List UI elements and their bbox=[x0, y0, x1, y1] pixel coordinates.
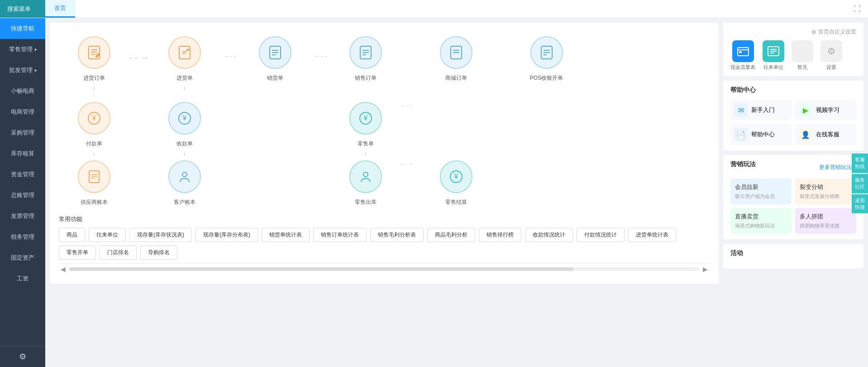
marketing-distribution[interactable]: 裂变分销 裂变式发展分销商 bbox=[795, 179, 856, 204]
func-btn-1[interactable]: 往来单位 bbox=[89, 228, 126, 242]
svg-text:¥: ¥ bbox=[453, 173, 458, 180]
sidebar: 快捷导航 零售管理▾ 批发管理▾ 小畅电商 电商管理 采购管理 库存核算 资金管… bbox=[0, 18, 45, 367]
beginner-icon: ✉ bbox=[734, 103, 748, 117]
sidebar-item-assets[interactable]: 固定资产 bbox=[0, 247, 45, 268]
flow-node-supplier-account[interactable]: 供应商账本 bbox=[78, 160, 110, 206]
video-icon: ▶ bbox=[799, 103, 812, 117]
scroll-thumb bbox=[69, 267, 573, 271]
svg-text:¥: ¥ bbox=[363, 114, 367, 122]
func-buttons-container: 商品往来单位现存量(库存状况表)现存量(库存分布表)销货单统计表销售订单统计表销… bbox=[59, 228, 710, 260]
more-marketing-link[interactable]: 更多营销玩法 > bbox=[819, 164, 856, 171]
func-btn-6[interactable]: 销售毛利分析表 bbox=[370, 228, 424, 242]
marketing-member[interactable]: 会员拉新 吸引用户成为会员 bbox=[730, 179, 792, 204]
func-btn-10[interactable]: 付款情况统计 bbox=[577, 228, 625, 242]
common-functions: 常用功能 商品往来单位现存量(库存状况表)现存量(库存分布表)销货单统计表销售订… bbox=[59, 215, 710, 260]
homepage-custom-setting[interactable]: ⚙ 首页自定义设置 bbox=[811, 28, 856, 36]
svg-text:¥: ¥ bbox=[182, 114, 186, 122]
flow-card: 进货订单 - - → 进货单 bbox=[50, 23, 719, 284]
arrow-4-3: ←- - bbox=[310, 36, 330, 60]
marketing-grid: 会员拉新 吸引用户成为会员 裂变分销 裂变式发展分销商 直播卖货 场景式购物新玩… bbox=[730, 179, 856, 234]
contacts-icon bbox=[763, 40, 784, 62]
sidebar-item-finance[interactable]: 资金管理 bbox=[0, 164, 45, 185]
flow-node-retail-out[interactable]: 零售出库 bbox=[349, 160, 382, 206]
sidebar-item-ecom-mgmt[interactable]: 电商管理 bbox=[0, 101, 45, 122]
sidebar-item-wholesale[interactable]: 批发管理▾ bbox=[0, 60, 45, 81]
scroll-track[interactable] bbox=[69, 267, 699, 271]
func-btn-2[interactable]: 现存量(库存状况表) bbox=[129, 228, 192, 242]
func-btn-14[interactable]: 导购排名 bbox=[140, 246, 177, 260]
v-arrow-3: ↓ bbox=[183, 84, 186, 98]
sidebar-item-quick-nav[interactable]: 快捷导航 bbox=[0, 18, 45, 39]
float-buttons: 客服 热线 服务 社区 桌面 快捷 bbox=[852, 154, 868, 213]
arrow-2-3: ←- - bbox=[219, 36, 240, 60]
help-grid: ✉ 新手入门 ▶ 视频学习 📄 帮助中心 👤 bbox=[730, 100, 856, 145]
svg-rect-37 bbox=[739, 51, 742, 53]
flow-node-retail-settle[interactable]: ¥ 零售结算 bbox=[440, 160, 472, 206]
flow-node-sales-order[interactable]: 销售订单 bbox=[349, 36, 382, 82]
func-btn-9[interactable]: 收款情况统计 bbox=[525, 228, 573, 242]
help-beginner[interactable]: ✉ 新手入门 bbox=[730, 100, 792, 121]
sidebar-item-inventory[interactable]: 库存核算 bbox=[0, 143, 45, 164]
marketing-title: 营销玩法 bbox=[730, 160, 756, 169]
svg-rect-4 bbox=[179, 46, 190, 59]
scrollbar[interactable]: ◀ ▶ bbox=[59, 263, 710, 275]
marketing-panel: 营销玩法 更多营销玩法 > 会员拉新 吸引用户成为会员 裂变分销 裂变式发展分销… bbox=[723, 155, 863, 239]
tab-home[interactable]: 首页 bbox=[45, 0, 75, 18]
sidebar-item-ledger[interactable]: 总账管理 bbox=[0, 185, 45, 206]
qa-cashflow[interactable]: 现金流量表 bbox=[730, 40, 755, 71]
func-btn-8[interactable]: 销售排行榜 bbox=[479, 228, 521, 242]
sidebar-item-retail[interactable]: 零售管理▾ bbox=[0, 39, 45, 60]
flow-node-mall-order[interactable]: 商城订单 bbox=[440, 36, 472, 82]
float-btn-desktop[interactable]: 桌面 快捷 bbox=[852, 194, 868, 213]
flow-node-purchase-order[interactable]: 进货订单 bbox=[78, 36, 110, 82]
scroll-left[interactable]: ◀ bbox=[59, 266, 67, 273]
func-btn-11[interactable]: 进货单统计表 bbox=[628, 228, 676, 242]
help-center-link[interactable]: 📄 帮助中心 bbox=[730, 124, 792, 145]
activity-panel: 活动 bbox=[723, 244, 863, 268]
search-menu[interactable]: 搜索菜单 bbox=[0, 0, 45, 18]
flow-node-payment[interactable]: ¥ 付款单 bbox=[78, 102, 110, 148]
qa-contacts[interactable]: 往来单位 bbox=[763, 40, 784, 71]
flow-node-pos[interactable]: POS收银开单 bbox=[530, 36, 563, 82]
func-btn-0[interactable]: 商品 bbox=[59, 228, 85, 242]
v-arrow-1: ↓| bbox=[92, 84, 95, 98]
flow-node-receipt[interactable]: ¥ 收款单 bbox=[168, 102, 201, 148]
sidebar-item-invoice[interactable]: 发票管理 bbox=[0, 206, 45, 227]
func-btn-4[interactable]: 销货单统计表 bbox=[262, 228, 310, 242]
common-func-title: 常用功能 bbox=[59, 215, 710, 223]
help-center-panel: 帮助中心 ✉ 新手入门 ▶ 视频学习 📄 帮助中心 bbox=[723, 81, 863, 150]
qa-icons-list: 现金流量表 往来单位 暂无 bbox=[730, 40, 856, 71]
v-arrow-pay: ↓ bbox=[92, 150, 95, 157]
online-service-icon: 👤 bbox=[799, 128, 812, 141]
flow-node-customer-account[interactable]: 客户账本 bbox=[168, 160, 201, 206]
svg-text:¥: ¥ bbox=[91, 114, 96, 122]
v-arrow-retail: ↓ bbox=[364, 150, 367, 157]
func-btn-12[interactable]: 零售开单 bbox=[59, 246, 96, 260]
sidebar-item-tax[interactable]: 税务管理 bbox=[0, 227, 45, 247]
quick-access-panel: ⚙ 首页自定义设置 现金流量表 bbox=[723, 23, 863, 76]
help-video[interactable]: ▶ 视频学习 bbox=[795, 100, 856, 121]
expand-icon[interactable]: ⛶ bbox=[854, 5, 868, 13]
func-btn-5[interactable]: 销售订单统计表 bbox=[313, 228, 367, 242]
cashflow-icon bbox=[732, 40, 754, 62]
sidebar-item-ecom[interactable]: 小畅电商 bbox=[0, 81, 45, 101]
scroll-right[interactable]: ▶ bbox=[701, 266, 710, 273]
qa-settings[interactable]: ⚙ 设置 bbox=[820, 40, 842, 71]
func-btn-3[interactable]: 现存量(库存分布表) bbox=[196, 228, 258, 242]
marketing-group[interactable]: 多人拼团 拼团购物享受优惠 bbox=[795, 208, 856, 234]
flow-node-purchase[interactable]: 进货单 bbox=[168, 36, 201, 82]
sidebar-item-purchase[interactable]: 采购管理 bbox=[0, 122, 45, 143]
func-btn-13[interactable]: 门店排名 bbox=[100, 246, 137, 260]
marketing-live[interactable]: 直播卖货 场景式购物新玩法 bbox=[730, 208, 792, 234]
flow-node-sales[interactable]: 销货单 bbox=[259, 36, 291, 82]
float-btn-community[interactable]: 服务 社区 bbox=[852, 174, 868, 193]
svg-point-32 bbox=[363, 172, 368, 177]
help-center-title: 帮助中心 bbox=[730, 86, 856, 94]
func-btn-7[interactable]: 商品毛利分析 bbox=[427, 228, 475, 242]
sidebar-settings-icon[interactable]: ⚙ bbox=[0, 352, 45, 362]
flow-node-retail[interactable]: ¥ 零售单 bbox=[349, 102, 382, 148]
qa-none[interactable]: 暂无 bbox=[792, 40, 813, 71]
sidebar-item-salary[interactable]: 工资 bbox=[0, 268, 45, 289]
float-btn-hotline[interactable]: 客服 热线 bbox=[852, 154, 868, 173]
help-online-service[interactable]: 👤 在线客服 bbox=[795, 124, 856, 145]
